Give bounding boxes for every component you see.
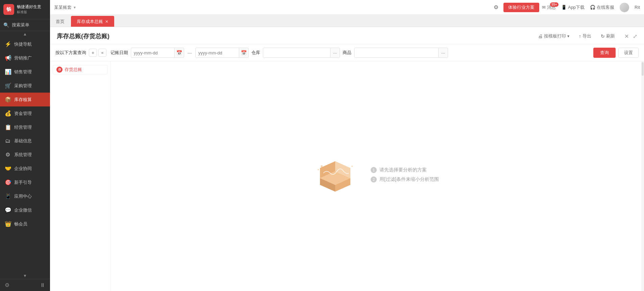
settings-icon[interactable]: ⚙ xyxy=(5,282,9,288)
audio-icon[interactable]: ⏸ xyxy=(40,282,45,288)
export-icon: ↑ xyxy=(579,33,581,39)
empty-state: 1 请先选择要分析的方案 2 用[过滤]条件来缩小分析范围 xyxy=(111,62,641,291)
tabbar: 首页 库存成本总账 ✕ xyxy=(50,15,644,27)
sidebar-item-vip[interactable]: 👑 畅会员 xyxy=(0,217,50,231)
sidebar-item-purchase[interactable]: 🛒 采购管理 xyxy=(0,79,50,93)
avatar xyxy=(620,3,629,12)
print-btn[interactable]: 🖨 按模板打印 ▾ xyxy=(535,32,572,41)
sidebar-item-label: 快捷导航 xyxy=(14,41,32,47)
page-actions: 🖨 按模板打印 ▾ ↑ 导出 ↻ 刷新 ✕ ⤢ xyxy=(535,32,637,41)
page-header: 库存总账(存货总账) 🖨 按模板打印 ▾ ↑ 导出 ↻ 刷新 ✕ ⤢ xyxy=(50,27,644,44)
empty-step-2: 2 用[过滤]条件来缩小分析范围 xyxy=(371,176,439,183)
sidebar-item-sales[interactable]: 📊 销售管理 xyxy=(0,65,50,79)
warehouse-select-group: ··· xyxy=(263,48,340,58)
logo-sub: 标准版 xyxy=(17,10,41,15)
apps-icon: 📱 xyxy=(5,193,11,199)
scheme-item-inventory[interactable]: 存 存货总账 xyxy=(53,65,108,74)
message-badge: 99+ xyxy=(550,2,559,7)
search-btn[interactable]: 查询 xyxy=(593,48,616,58)
scroll-down-btn[interactable]: ▼ xyxy=(0,273,50,279)
warehouse-label: 仓库 xyxy=(251,50,260,56)
scrollbar-thumb[interactable] xyxy=(642,62,644,76)
page-title: 库存总账(存货总账) xyxy=(57,32,109,40)
empty-text: 1 请先选择要分析的方案 2 用[过滤]条件来缩小分析范围 xyxy=(371,167,439,186)
breadcrumb-chevron-icon[interactable]: ▾ xyxy=(74,5,76,10)
sidebar-item-inventory[interactable]: 📦 库存核算 xyxy=(0,93,50,106)
online-support-btn[interactable]: 🎧 在线客服 xyxy=(590,4,614,10)
app-download-btn[interactable]: 📱 App下载 xyxy=(561,4,585,10)
sidebar-item-label: 应用中心 xyxy=(14,193,32,199)
sidebar-item-apps[interactable]: 📱 应用中心 xyxy=(0,189,50,203)
warehouse-input[interactable] xyxy=(263,48,330,58)
print-icon: 🖨 xyxy=(538,33,543,39)
date-label: 记账日期 xyxy=(110,50,128,56)
sidebar-item-corp[interactable]: 🤝 企业协同 xyxy=(0,162,50,175)
sidebar-item-basic[interactable]: 🗂 基础信息 xyxy=(0,134,50,148)
content-main: 1 请先选择要分析的方案 2 用[过滤]条件来缩小分析范围 xyxy=(111,62,641,291)
tab-inventory-ledger[interactable]: 库存成本总账 ✕ xyxy=(71,16,114,27)
shortcut-icon: ⚡ xyxy=(5,41,11,47)
sidebar-footer: ⚙ ⏸ xyxy=(0,279,50,291)
breadcrumb-text: 某某账套 xyxy=(54,4,72,10)
tab-home[interactable]: 首页 xyxy=(50,16,70,27)
date-start-group: 📅 xyxy=(131,48,184,58)
panel-expand-btn[interactable]: ⤢ xyxy=(633,33,637,40)
inventory-icon: 📦 xyxy=(5,96,11,103)
date-end-calendar-btn[interactable]: 📅 xyxy=(239,48,249,58)
sidebar-item-label: 营销推广 xyxy=(14,55,32,61)
sidebar-item-finance[interactable]: 💰 资金管理 xyxy=(0,106,50,120)
scheme-panel: 存 存货总账 xyxy=(50,62,111,291)
warehouse-more-btn[interactable]: ··· xyxy=(330,48,340,58)
sidebar-item-shortcut[interactable]: ⚡ 快捷导航 xyxy=(0,37,50,51)
step2-text: 用[过滤]条件来缩小分析范围 xyxy=(379,176,439,183)
export-btn[interactable]: ↑ 导出 xyxy=(576,32,594,41)
print-chevron-icon[interactable]: ▾ xyxy=(567,34,569,39)
step2-num: 2 xyxy=(371,176,377,183)
sidebar-item-label: 新手引导 xyxy=(14,179,32,186)
sidebar-item-label: 销售管理 xyxy=(14,69,32,75)
sidebar-item-operation[interactable]: 📋 经营管理 xyxy=(0,120,50,134)
step1-text: 请先选择要分析的方案 xyxy=(379,167,427,173)
system-icon: ⚙ xyxy=(5,151,11,158)
date-separator: — xyxy=(187,50,193,55)
date-end-input[interactable] xyxy=(195,48,239,58)
vip-icon: 👑 xyxy=(5,221,11,227)
settings-btn[interactable]: 设置 xyxy=(618,48,639,58)
filter-label-group: 按以下方案查询 + « xyxy=(55,48,106,58)
sidebar-item-wechat[interactable]: 💬 企业微信 xyxy=(0,203,50,217)
industry-btn[interactable]: 体验行业方案 xyxy=(503,3,539,12)
sidebar-item-system[interactable]: ⚙ 系统管理 xyxy=(0,148,50,162)
message-btn[interactable]: ✉ 消息 99+ xyxy=(542,4,556,10)
empty-box-svg xyxy=(313,154,357,198)
filter-area: 按以下方案查询 + « 记账日期 📅 — 📅 仓库 xyxy=(50,44,644,62)
topbar: 某某账套 ▾ ⚙ 体验行业方案 ✉ 消息 99+ 📱 App下载 🎧 在线客服 … xyxy=(50,0,644,15)
search-menu[interactable]: 🔍 搜索菜单 xyxy=(0,19,50,31)
purchase-icon: 🛒 xyxy=(5,82,11,89)
logo-text: 畅捷通好生意 xyxy=(17,4,41,10)
search-icon: 🔍 xyxy=(3,22,9,28)
panel-close-btn[interactable]: ✕ xyxy=(624,33,629,40)
export-label: 导出 xyxy=(583,33,591,39)
scroll-up-btn[interactable]: ▲ xyxy=(0,31,50,37)
topbar-gear-btn[interactable]: ⚙ xyxy=(491,3,501,12)
date-start-calendar-btn[interactable]: 📅 xyxy=(175,48,184,58)
finance-icon: 💰 xyxy=(5,110,11,117)
sidebar-item-marketing[interactable]: 📢 营销推广 xyxy=(0,51,50,65)
guide-icon: 🎯 xyxy=(5,179,11,186)
sales-icon: 📊 xyxy=(5,69,11,75)
goods-more-btn[interactable]: ··· xyxy=(439,48,448,58)
refresh-icon: ↻ xyxy=(601,33,605,39)
sidebar-item-guide[interactable]: 🎯 新手引导 xyxy=(0,175,50,189)
refresh-btn[interactable]: ↻ 刷新 xyxy=(598,32,618,41)
print-label: 按模板打印 xyxy=(544,33,566,39)
filter-collapse-btn[interactable]: « xyxy=(98,49,106,57)
tab-close-icon[interactable]: ✕ xyxy=(105,19,108,24)
svg-point-6 xyxy=(351,166,353,167)
sidebar-item-label: 库存核算 xyxy=(14,97,32,103)
date-start-input[interactable] xyxy=(131,48,175,58)
tab-inventory-ledger-label: 库存成本总账 xyxy=(77,19,103,25)
filter-add-btn[interactable]: + xyxy=(89,49,97,57)
step1-num: 1 xyxy=(371,167,377,173)
goods-input[interactable] xyxy=(354,48,439,58)
username-label: Rit xyxy=(635,5,640,10)
